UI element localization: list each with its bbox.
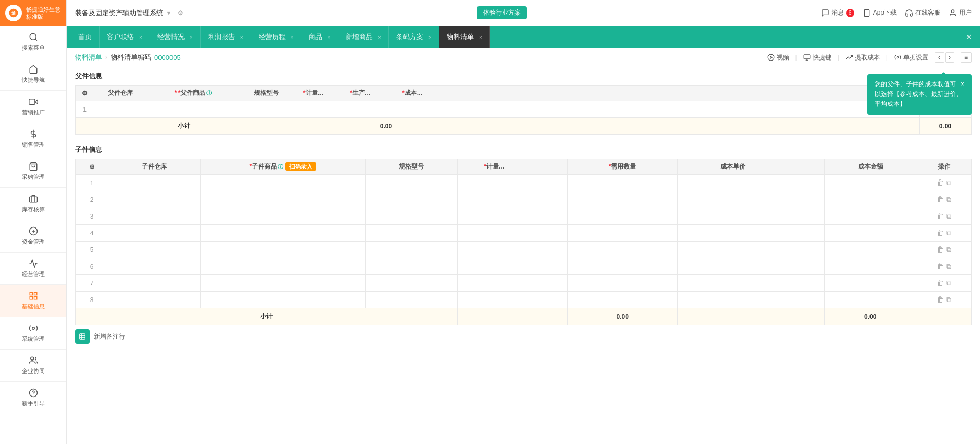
delete-icon-2[interactable]: 🗑: [937, 195, 944, 204]
app-download-btn[interactable]: App下载: [863, 8, 897, 17]
parent-unit-cell[interactable]: [292, 101, 334, 118]
child-spec-4[interactable]: [365, 225, 457, 242]
delete-icon-1[interactable]: 🗑: [937, 178, 944, 187]
shortcut-btn[interactable]: 快捷键: [803, 53, 831, 62]
child-qty-4[interactable]: [567, 225, 677, 242]
child-unitcost-1[interactable]: [678, 175, 788, 191]
sidebar-item-business[interactable]: 经营管理: [0, 253, 66, 285]
close-all-tabs[interactable]: ×: [962, 30, 976, 45]
copy-icon-8[interactable]: ⧉: [946, 295, 951, 304]
delete-icon-6[interactable]: 🗑: [937, 262, 944, 271]
copy-icon-4[interactable]: ⧉: [946, 229, 951, 237]
child-unitcost-8[interactable]: [678, 292, 788, 308]
child-spec-6[interactable]: [365, 258, 457, 275]
scan-btn[interactable]: 扫码录入: [285, 162, 316, 171]
tab-operation[interactable]: 经营情况 ×: [150, 26, 201, 48]
child-qty-8[interactable]: [567, 292, 677, 308]
parent-produce-cell[interactable]: [334, 101, 386, 118]
child-spec-2[interactable]: [365, 191, 457, 208]
child-product-1[interactable]: [200, 175, 365, 191]
tab-barcode-close[interactable]: ×: [428, 34, 432, 40]
breadcrumb-parent[interactable]: 物料清单: [75, 53, 102, 62]
child-warehouse-3[interactable]: [108, 208, 200, 225]
child-warehouse-6[interactable]: [108, 258, 200, 275]
copy-icon-5[interactable]: ⧉: [946, 245, 951, 254]
extract-cost-btn[interactable]: 提取成本: [846, 53, 880, 62]
sidebar-item-collab[interactable]: 企业协同: [0, 350, 66, 382]
tab-new-product-close[interactable]: ×: [378, 34, 381, 40]
child-warehouse-7[interactable]: [108, 275, 200, 292]
tab-new-product[interactable]: 新增商品 ×: [338, 26, 389, 48]
trial-button[interactable]: 体验行业方案: [477, 6, 527, 19]
tab-home[interactable]: 首页: [71, 26, 100, 48]
tab-bom[interactable]: 物料清单 ×: [439, 26, 490, 48]
sidebar-item-purchase[interactable]: 采购管理: [0, 155, 66, 188]
child-qty-5[interactable]: [567, 242, 677, 258]
child-qty-3[interactable]: [567, 208, 677, 225]
child-product-2[interactable]: [200, 191, 365, 208]
sidebar-item-marketing[interactable]: 营销推广: [0, 91, 66, 123]
child-warehouse-5[interactable]: [108, 242, 200, 258]
tooltip-close-btn[interactable]: ×: [961, 79, 964, 89]
child-spec-8[interactable]: [365, 292, 457, 308]
parent-cost-cell[interactable]: [386, 101, 438, 118]
child-qty-7[interactable]: [567, 275, 677, 292]
sidebar-item-nav[interactable]: 快捷导航: [0, 58, 66, 91]
parent-col-settings[interactable]: ⚙: [76, 86, 94, 101]
child-spec-3[interactable]: [365, 208, 457, 225]
delete-icon-7[interactable]: 🗑: [937, 279, 944, 287]
child-qty-2[interactable]: [567, 191, 677, 208]
child-unitcost-6[interactable]: [678, 258, 788, 275]
child-warehouse-1[interactable]: [108, 175, 200, 191]
settings-icon[interactable]: ⚙: [178, 9, 183, 17]
child-unit-8[interactable]: [457, 292, 531, 308]
tab-history-close[interactable]: ×: [291, 34, 294, 40]
child-unit-7[interactable]: [457, 275, 531, 292]
tab-product-close[interactable]: ×: [327, 34, 330, 40]
child-product-6[interactable]: [200, 258, 365, 275]
prev-arrow[interactable]: ‹: [935, 52, 944, 63]
tab-profit[interactable]: 利润报告 ×: [201, 26, 251, 48]
tab-customer-close[interactable]: ×: [139, 34, 142, 40]
copy-icon-1[interactable]: ⧉: [946, 178, 951, 187]
online-service-btn[interactable]: 在线客服: [905, 8, 940, 17]
child-unitcost-4[interactable]: [678, 225, 788, 242]
sidebar-item-system[interactable]: 系统管理: [0, 317, 66, 350]
child-col-settings[interactable]: ⚙: [76, 159, 108, 175]
child-unit-2[interactable]: [457, 191, 531, 208]
parent-spec-cell[interactable]: [240, 101, 292, 118]
child-product-7[interactable]: [200, 275, 365, 292]
sidebar-item-basic[interactable]: 基础信息: [0, 285, 66, 317]
sidebar-item-guide[interactable]: 新手引导: [0, 382, 66, 414]
child-qty-6[interactable]: [567, 258, 677, 275]
child-unit-3[interactable]: [457, 208, 531, 225]
child-product-5[interactable]: [200, 242, 365, 258]
parent-warehouse-cell[interactable]: [94, 101, 146, 118]
child-unit-6[interactable]: [457, 258, 531, 275]
delete-icon-3[interactable]: 🗑: [937, 212, 944, 221]
tab-profit-close[interactable]: ×: [240, 34, 243, 40]
child-unitcost-5[interactable]: [678, 242, 788, 258]
delete-icon-4[interactable]: 🗑: [937, 229, 944, 237]
add-note-icon[interactable]: [75, 329, 90, 344]
parent-product-cell[interactable]: [146, 101, 240, 118]
single-settings-btn[interactable]: 单据设置: [894, 53, 928, 62]
tab-history[interactable]: 经营历程 ×: [251, 26, 302, 48]
delete-icon-5[interactable]: 🗑: [937, 245, 944, 254]
child-spec-5[interactable]: [365, 242, 457, 258]
sidebar-item-finance[interactable]: 资金管理: [0, 220, 66, 253]
view-btn[interactable]: 视频: [767, 53, 789, 62]
tab-bom-close[interactable]: ×: [479, 34, 482, 40]
grid-view-btn[interactable]: ≡: [961, 52, 972, 63]
child-product-3[interactable]: [200, 208, 365, 225]
copy-icon-7[interactable]: ⧉: [946, 279, 951, 287]
child-warehouse-8[interactable]: [108, 292, 200, 308]
child-spec-1[interactable]: [365, 175, 457, 191]
child-unit-5[interactable]: [457, 242, 531, 258]
child-qty-1[interactable]: [567, 175, 677, 191]
tab-customer[interactable]: 客户联络 ×: [100, 26, 150, 48]
next-arrow[interactable]: ›: [945, 52, 954, 63]
child-product-8[interactable]: [200, 292, 365, 308]
tab-product[interactable]: 商品 ×: [301, 26, 338, 48]
copy-icon-6[interactable]: ⧉: [946, 262, 951, 271]
